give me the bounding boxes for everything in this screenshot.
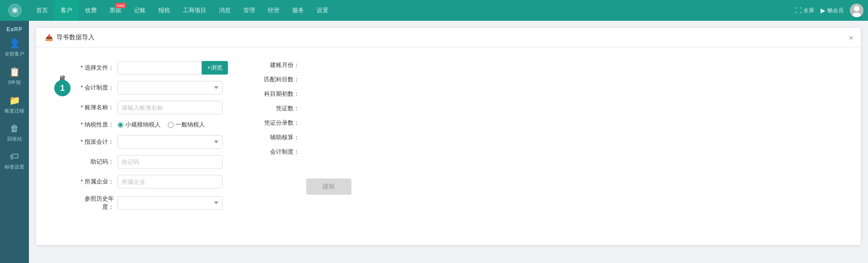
tax-type-radio-group: 小规模纳税人 一般纳税人 [118,121,205,129]
main-layout: EaRP 👤 全部客户 📋 0申报 📁 账套迁移 🗑 回收站 🏷 标签设置 📤 [0,21,868,263]
right-accounting-system-row: 会计制度： [259,148,358,156]
company-row: * 所属企业： [78,175,223,188]
file-row: * 选择文件： +浏览 [78,61,223,75]
svg-point-3 [854,6,859,11]
nav-item-service[interactable]: 服务 [286,0,310,21]
assign-accountant-row: * 指派会计： [78,135,223,149]
account-name-input[interactable] [118,101,223,114]
browse-button[interactable]: +浏览 [202,61,228,75]
form-section-left: 建账 1 * 选择文件： +浏览 [54,61,223,211]
avatar[interactable] [850,4,863,17]
aux-accounting-label: 辅助核算： [259,133,299,141]
tax-small-radio[interactable] [118,122,123,128]
sidebar-item-account-migration-label: 账套迁移 [5,108,24,114]
nav-item-billing[interactable]: 收费 [79,0,103,21]
content-area: 📤 导爷数据导入 × 建账 1 * 选择文件： [29,21,868,263]
memo-input[interactable] [118,155,223,169]
tax-small-option[interactable]: 小规模纳税人 [118,121,161,129]
form-section-right: 建账月份： 匹配科目数： 科目期初数： 凭证数： [259,61,358,156]
fullscreen-icon: ⛶ [795,7,802,14]
match-subjects-label: 匹配科目数： [259,75,299,84]
all-customers-icon: 👤 [9,38,20,49]
nav-right: ⛶ 全屏 ▶ 畅会员 [795,4,863,17]
aux-accounting-row: 辅助核算： [259,133,358,141]
tag-settings-icon: 🏷 [10,151,19,162]
nav-item-operation[interactable]: 经营 [261,0,286,21]
panel-title: 导爷数据导入 [57,33,95,42]
step-circle: 1 [54,80,71,96]
earp-label: EaRP [6,26,22,33]
file-label: * 选择文件： [78,64,114,72]
close-button[interactable]: × [849,33,854,43]
file-input-group: +浏览 [118,61,228,75]
panel-body: 建账 1 * 选择文件： +浏览 [36,47,861,225]
sidebar: EaRP 👤 全部客户 📋 0申报 📁 账套迁移 🗑 回收站 🏷 标签设置 [0,21,29,263]
sidebar-item-tag-settings[interactable]: 🏷 标签设置 [1,148,28,174]
sidebar-item-declaration-label: 0申报 [8,79,21,86]
sidebar-item-declaration[interactable]: 📋 0申报 [1,63,28,89]
nav-item-settings[interactable]: 设置 [310,0,335,21]
sidebar-item-tag-settings-label: 标签设置 [5,164,24,170]
import-panel: 📤 导爷数据导入 × 建账 1 * 选择文件： [36,28,861,245]
nav-item-manage[interactable]: 管理 [237,0,261,21]
new-badge: new [115,3,126,8]
accounting-system-row: * 会计制度： [78,81,223,94]
company-label: * 所属企业： [78,178,114,186]
vip-icon: ▶ [821,7,825,14]
account-name-label: * 账簿名称： [78,103,114,112]
vip-btn[interactable]: ▶ 畅会员 [821,7,844,14]
initial-subjects-row: 科目期初数： [259,90,358,98]
tax-general-label: 一般纳税人 [175,121,205,129]
fullscreen-btn[interactable]: ⛶ 全屏 [795,7,814,14]
assign-accountant-label: * 指派会计： [78,138,114,146]
voucher-entries-row: 凭证分录数： [259,119,358,127]
month-label: 建账月份： [259,61,299,69]
history-year-label: 参照历史年度： [78,195,114,211]
account-migration-icon: 📁 [9,95,20,106]
tax-general-radio[interactable] [168,122,174,128]
form-grid: * 选择文件： +浏览 * 会计制度： [78,61,223,211]
top-nav: 首页 客户 收费 票据 new 记账 报税 工商项目 消息 管理 经营 服务 设… [0,0,868,21]
nav-logo [5,0,25,21]
right-accounting-system-label: 会计制度： [259,148,299,156]
tax-small-label: 小规模纳税人 [125,121,161,129]
history-year-row: 参照历史年度： [78,195,223,211]
file-input[interactable] [118,61,202,75]
nav-item-business[interactable]: 工商项目 [176,0,213,21]
tax-general-option[interactable]: 一般纳税人 [168,121,205,129]
nav-item-tax[interactable]: 报税 [152,0,176,21]
nav-item-account[interactable]: 记账 [128,0,152,21]
create-account-button[interactable]: 建账 [306,178,351,195]
step-label: 建账 [58,70,66,74]
initial-subjects-label: 科目期初数： [259,90,299,98]
nav-item-home[interactable]: 首页 [30,0,54,21]
nav-items: 首页 客户 收费 票据 new 记账 报税 工商项目 消息 管理 经营 服务 设… [30,0,795,21]
sidebar-item-account-migration[interactable]: 📁 账套迁移 [1,91,28,118]
tax-type-label: * 纳税性质： [78,121,114,129]
company-input[interactable] [118,175,223,188]
sidebar-item-recycle-label: 回收站 [7,136,22,142]
history-year-select[interactable] [118,196,223,210]
match-subjects-row: 匹配科目数： [259,75,358,84]
sidebar-item-all-customers-label: 全部客户 [5,51,24,57]
nav-item-message[interactable]: 消息 [213,0,237,21]
voucher-label: 凭证数： [259,104,299,113]
declaration-icon: 📋 [9,66,20,77]
accounting-system-select[interactable] [118,81,223,94]
nav-item-customer[interactable]: 客户 [54,0,79,21]
month-row: 建账月份： [259,61,358,69]
account-name-row: * 账簿名称： [78,101,223,114]
assign-accountant-select[interactable] [118,135,223,149]
voucher-row: 凭证数： [259,104,358,113]
sidebar-item-recycle[interactable]: 🗑 回收站 [1,120,28,146]
sidebar-item-all-customers[interactable]: 👤 全部客户 [1,34,28,61]
memo-label: 助记码： [78,158,114,166]
memo-row: 助记码： [78,155,223,169]
accounting-system-label: * 会计制度： [78,84,114,92]
import-icon: 📤 [45,34,53,41]
panel-header: 📤 导爷数据导入 [36,28,861,47]
tax-type-row: * 纳税性质： 小规模纳税人 一般纳税人 [78,121,223,129]
svg-point-1 [13,9,17,12]
nav-item-invoice[interactable]: 票据 new [103,0,128,21]
voucher-entries-label: 凭证分录数： [259,119,299,127]
